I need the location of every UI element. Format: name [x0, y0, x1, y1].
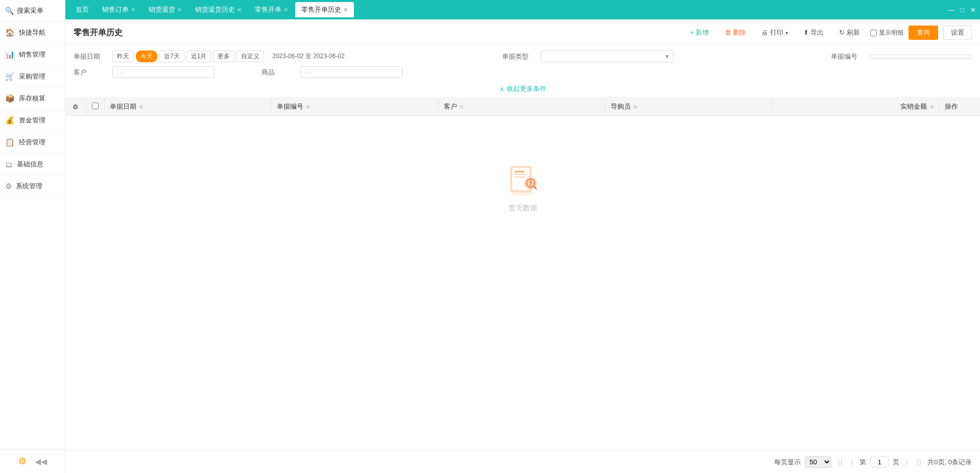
tab-close-retail-open-history[interactable]: ✕ [343, 7, 348, 13]
sort-date-icon: ⇅ [139, 104, 143, 110]
filter-row-date: 单据日期 昨天 今天 近7天 近1月 更多 自定义 2023-06-02 至 2… [74, 51, 972, 62]
tab-close-retail-open[interactable]: ✕ [283, 7, 288, 13]
prev-page-button[interactable]: ⟨ [849, 457, 855, 467]
th-amount[interactable]: 实销金额 ⇅ [772, 98, 939, 116]
svg-rect-3 [514, 171, 524, 172]
table-header-row: ⚙ 单据日期 ⇅ 单据编号 ⇅ [65, 98, 980, 116]
per-page-label: 每页显示 [774, 458, 801, 467]
th-order-no[interactable]: 单据编号 ⇅ [271, 98, 438, 116]
table-container: ⚙ 单据日期 ⇅ 单据编号 ⇅ [65, 98, 980, 451]
sidebar-item-label: 基础信息 [17, 160, 43, 169]
order-type-label: 单据类型 [502, 52, 533, 61]
export-button[interactable]: ⬆ 导出 [798, 26, 829, 39]
sidebar: 🔍 搜索采单 🏠 快捷导航 📊 销售管理 🛒 采购管理 📦 库存核算 💰 资金管… [0, 0, 65, 473]
svg-rect-5 [514, 177, 525, 178]
sidebar-bottom: ⚙ ◀◀ [0, 449, 65, 473]
collapse-sidebar-icon[interactable]: ◀◀ [35, 457, 47, 466]
total-info: 共0页, 0条记录 [927, 458, 972, 467]
next-page-button[interactable]: ⟩ [903, 457, 910, 467]
tab-close-sales-return[interactable]: ✕ [177, 7, 182, 13]
date-btn-1month[interactable]: 近1月 [186, 51, 211, 62]
setting-button[interactable]: 设置 [943, 26, 972, 40]
date-range-display: 2023-06-02 至 2023-06-02 [272, 52, 344, 61]
svg-rect-4 [514, 174, 528, 175]
th-check[interactable] [86, 98, 104, 116]
empty-state-row: 暂无数据 [65, 116, 980, 234]
sidebar-search[interactable]: 🔍 搜索采单 [0, 0, 65, 22]
tab-retail-open[interactable]: 零售开单 ✕ [249, 2, 294, 17]
chevron-down-icon: ▾ [665, 53, 669, 60]
order-no-input[interactable] [870, 55, 972, 59]
empty-illustration [503, 157, 543, 197]
date-btn-yesterday[interactable]: 昨天 [112, 51, 134, 62]
display-detail-checkbox[interactable]: 显示明细 [870, 29, 903, 37]
sidebar-item-basic-info[interactable]: 🗂 基础信息 [0, 154, 65, 176]
clipboard-icon: 📋 [5, 138, 15, 147]
maximize-icon[interactable]: □ [960, 6, 964, 14]
folder-icon: 🗂 [5, 160, 13, 169]
sidebar-item-label: 库存核算 [19, 94, 45, 103]
customer-placeholder: ··· [117, 68, 126, 76]
collapse-button[interactable]: ∧ 收起更多条件 [499, 84, 546, 93]
date-btn-today[interactable]: 今天 [136, 51, 157, 62]
sidebar-item-sales-mgmt[interactable]: 📊 销售管理 [0, 44, 65, 66]
tab-close-sales-order[interactable]: ✕ [131, 7, 135, 13]
tab-retail-open-history[interactable]: 零售开单历史 ✕ [295, 2, 354, 17]
sidebar-item-system[interactable]: ⚙ 系统管理 [0, 176, 65, 197]
th-customer[interactable]: 客户 ⇅ [438, 98, 605, 116]
gear-icon: ⚙ [5, 182, 12, 191]
sidebar-item-operations[interactable]: 📋 经营管理 [0, 132, 65, 154]
tab-close-sales-return-history[interactable]: ✕ [237, 7, 242, 13]
chevron-up-icon: ∧ [499, 85, 505, 93]
page-label: 第 [859, 458, 866, 467]
last-page-button[interactable]: ⟩⟩ [914, 457, 923, 467]
page-title: 零售开单历史 [74, 28, 123, 38]
date-btn-7days[interactable]: 近7天 [159, 51, 184, 62]
chevron-down-icon: ▾ [785, 30, 788, 36]
first-page-button[interactable]: ⟨⟨ [835, 457, 845, 467]
th-date[interactable]: 单据日期 ⇅ [104, 98, 271, 116]
tab-sales-order[interactable]: 销售订单 ✕ [96, 2, 141, 17]
settings-icon: ⚙ [73, 103, 79, 111]
data-table: ⚙ 单据日期 ⇅ 单据编号 ⇅ [65, 98, 980, 233]
th-settings[interactable]: ⚙ [65, 98, 86, 116]
customer-input[interactable]: ··· [112, 66, 214, 78]
tab-home[interactable]: 首页 [69, 2, 95, 17]
empty-text: 暂无数据 [509, 204, 537, 213]
display-detail-input[interactable] [870, 30, 877, 36]
sidebar-item-quick-nav[interactable]: 🏠 快捷导航 [0, 22, 65, 44]
date-filter-buttons: 昨天 今天 近7天 近1月 更多 自定义 [112, 51, 264, 62]
sidebar-item-inventory[interactable]: 📦 库存核算 [0, 88, 65, 110]
new-button[interactable]: + 新增 [685, 26, 714, 39]
close-window-icon[interactable]: ✕ [970, 6, 976, 14]
order-type-select[interactable]: ▾ [541, 51, 674, 62]
svg-line-8 [534, 186, 536, 189]
refresh-button[interactable]: ↻ 刷新 [834, 26, 865, 39]
date-btn-custom[interactable]: 自定义 [236, 51, 264, 62]
goods-input[interactable]: ··· [300, 66, 402, 78]
page-label-end: 页 [893, 458, 899, 467]
sidebar-item-finance[interactable]: 💰 资金管理 [0, 110, 65, 132]
delete-button[interactable]: 🗑 删除 [720, 26, 752, 39]
th-guide[interactable]: 导购员 ⇅ [605, 98, 772, 116]
settings-icon[interactable]: ⚙ [18, 456, 27, 467]
query-button[interactable]: 查询 [909, 26, 938, 40]
chart-icon: 📊 [5, 50, 15, 59]
select-all-checkbox[interactable] [92, 103, 99, 109]
sidebar-item-purchase-mgmt[interactable]: 🛒 采购管理 [0, 66, 65, 88]
print-button[interactable]: 🖨 打印 ▾ [756, 26, 793, 39]
minimize-icon[interactable]: — [947, 6, 954, 14]
date-btn-more[interactable]: 更多 [213, 51, 234, 62]
home-icon: 🏠 [5, 28, 15, 37]
content-area: 零售开单历史 + 新增 🗑 删除 🖨 打印 ▾ ⬆ 导出 ↻ 刷新 [65, 19, 980, 473]
sort-amount-icon: ⇅ [930, 104, 934, 110]
page-input[interactable] [870, 457, 889, 467]
search-icon: 🔍 [5, 7, 14, 15]
money-icon: 💰 [5, 116, 15, 125]
tab-sales-return-history[interactable]: 销货退货历史 ✕ [189, 2, 248, 17]
date-filter-label: 单据日期 [74, 52, 104, 61]
sort-order-no-icon: ⇅ [306, 104, 310, 110]
per-page-select[interactable]: 50 100 200 [805, 456, 831, 468]
th-action: 操作 [939, 98, 980, 116]
tab-sales-return[interactable]: 销货退货 ✕ [142, 2, 188, 17]
